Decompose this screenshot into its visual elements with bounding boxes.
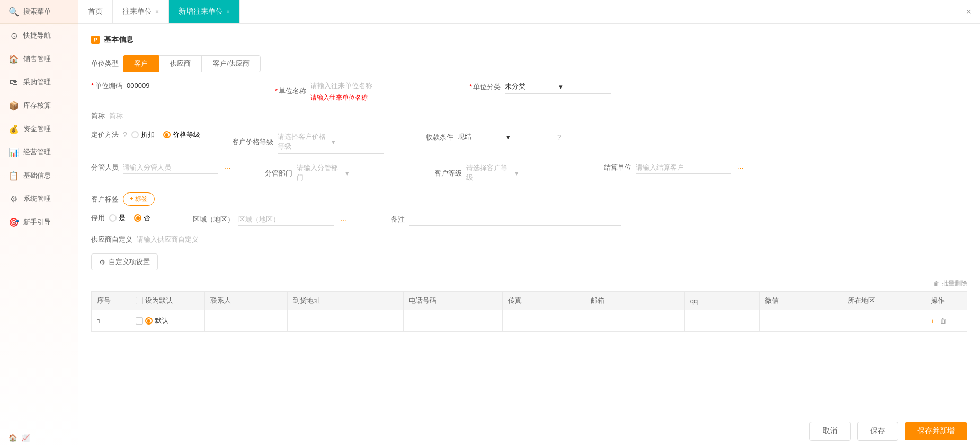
batch-delete-button[interactable]: 🗑 批量删除: [933, 279, 967, 288]
sidebar-item-label: 采购管理: [23, 77, 51, 87]
col-email: 邮箱: [585, 292, 684, 310]
sidebar-item-quicknav[interactable]: ⊙ 快捷导航: [0, 24, 78, 47]
sidebar-item-base[interactable]: 📋 基础信息: [0, 164, 78, 187]
radio-no[interactable]: 否: [134, 213, 150, 223]
sidebar-item-operations[interactable]: 📊 经营管理: [0, 141, 78, 164]
unit-category-field: *单位分类 未分类 ▾: [469, 80, 611, 94]
sidebar-item-label: 新手引导: [23, 217, 51, 227]
address-input[interactable]: [293, 314, 357, 327]
delete-row-button[interactable]: 🗑: [940, 317, 947, 325]
customer-price-level-select[interactable]: 请选择客户价格等级 ▾: [278, 130, 384, 154]
sidebar-item-label: 经营管理: [23, 147, 51, 157]
tab-partners-close[interactable]: ×: [155, 8, 159, 15]
row-checkbox[interactable]: [136, 317, 143, 325]
col-qq: qq: [684, 292, 759, 310]
table-header: 序号 设为默认 联系人 到货地址 电话号码 传真 邮箱 qq: [92, 292, 967, 310]
radio-discount-circle: [131, 131, 139, 138]
add-tag-button[interactable]: + 标签: [123, 192, 155, 206]
unit-category-select[interactable]: 未分类 ▾: [505, 80, 611, 94]
unit-btn-supplier[interactable]: 供应商: [159, 55, 202, 72]
settlement-unit-field: 结算单位 ···: [604, 161, 746, 174]
pricing-method-help-icon[interactable]: ?: [123, 130, 127, 139]
add-row-button[interactable]: +: [931, 317, 935, 325]
cell-qq: [684, 310, 759, 332]
radio-discount[interactable]: 折扣: [131, 130, 155, 139]
department-select[interactable]: 请输入分管部门 ▾: [297, 161, 392, 185]
contact-input[interactable]: [210, 314, 253, 327]
fax-input[interactable]: [508, 314, 550, 327]
unit-btn-customer[interactable]: 客户: [123, 55, 159, 72]
select-all-checkbox[interactable]: [136, 297, 143, 304]
cancel-button[interactable]: 取消: [809, 422, 851, 441]
unit-code-input[interactable]: [127, 80, 233, 92]
radio-yes[interactable]: 是: [109, 213, 126, 223]
unit-name-input[interactable]: [310, 80, 427, 92]
sidebar-item-purchase[interactable]: 🛍 采购管理: [0, 71, 78, 94]
row-disabled: 停用 是 否 区域（地区） ··· 备注: [91, 213, 967, 226]
inventory-icon: 📦: [8, 100, 19, 111]
sidebar-item-newbie[interactable]: 🎯 新手引导: [0, 211, 78, 234]
default-radio-circle: [145, 317, 153, 325]
supplier-custom-input[interactable]: [137, 233, 243, 246]
short-name-input[interactable]: [109, 110, 215, 122]
tab-new-partner-close[interactable]: ×: [226, 8, 230, 15]
settlement-unit-input[interactable]: [636, 161, 731, 174]
unit-name-input-wrapper: 请输入往来单位名称: [310, 80, 427, 102]
save-button[interactable]: 保存: [857, 422, 898, 441]
radio-price-level[interactable]: 价格等级: [163, 130, 200, 139]
section-title-text: 基本信息: [104, 35, 133, 45]
supplier-custom-label: 供应商自定义: [91, 235, 132, 244]
remark-input[interactable]: [409, 213, 621, 226]
phone-input[interactable]: [409, 314, 462, 327]
supervisor-more-button[interactable]: ···: [222, 163, 233, 172]
customer-level-field: 客户等级 请选择客户等级 ▾: [434, 161, 562, 185]
cell-email: [585, 310, 684, 332]
settlement-unit-label: 结算单位: [604, 163, 631, 172]
cell-region: [842, 310, 925, 332]
gear-icon: ⚙: [99, 258, 105, 266]
email-input[interactable]: [591, 314, 644, 327]
table-row: 1 默认: [92, 310, 967, 332]
cell-phone: [403, 310, 502, 332]
save-and-new-button[interactable]: 保存并新增: [905, 422, 967, 440]
cell-default: 默认: [130, 310, 204, 332]
bottom-toolbar: 取消 保存 保存并新增: [78, 415, 980, 447]
customer-tag-field: 客户标签 + 标签: [91, 192, 155, 206]
tab-home[interactable]: 首页: [78, 0, 113, 23]
cell-actions: + 🗑: [925, 310, 967, 332]
row-tags: 客户标签 + 标签: [91, 192, 967, 206]
row-default-radio[interactable]: 默认: [145, 316, 168, 326]
cell-seq: 1: [92, 310, 130, 332]
customer-level-select[interactable]: 请选择客户等级 ▾: [466, 161, 562, 185]
sidebar-item-sales[interactable]: 🏠 销售管理: [0, 47, 78, 71]
region-cell-input[interactable]: [848, 314, 890, 327]
remark-field: 备注: [391, 213, 621, 226]
col-wechat: 微信: [759, 292, 842, 310]
sidebar-item-search[interactable]: 🔍 搜索菜单: [0, 0, 78, 24]
settlement-more-button[interactable]: ···: [735, 163, 746, 172]
region-more-button[interactable]: ···: [338, 215, 349, 224]
sidebar-item-inventory[interactable]: 📦 库存核算: [0, 94, 78, 117]
window-close-button[interactable]: ×: [957, 6, 980, 17]
tab-partners[interactable]: 往来单位 ×: [113, 0, 169, 23]
sidebar-item-system[interactable]: ⚙ 系统管理: [0, 187, 78, 211]
tab-new-partner[interactable]: 新增往来单位 ×: [169, 0, 240, 23]
chevron-down-icon: ▾: [515, 169, 562, 177]
radio-no-circle: [134, 214, 141, 222]
pricing-method-radios: 折扣 价格等级: [131, 130, 200, 139]
wechat-input[interactable]: [765, 314, 807, 327]
region-input[interactable]: [238, 213, 334, 226]
payment-help-icon[interactable]: ?: [557, 133, 562, 142]
footer-icon1: 🏠: [8, 434, 17, 442]
qq-input[interactable]: [690, 314, 727, 327]
unit-btn-both[interactable]: 客户/供应商: [202, 55, 261, 72]
cell-contact: [204, 310, 287, 332]
custom-settings-button[interactable]: ⚙ 自定义项设置: [91, 253, 158, 270]
radio-yes-circle: [109, 214, 117, 222]
supervisor-input[interactable]: [123, 161, 218, 174]
batch-delete-icon: 🗑: [933, 280, 940, 287]
sidebar-item-finance[interactable]: 💰 资金管理: [0, 117, 78, 141]
payment-condition-select[interactable]: 现结 ▾: [458, 130, 553, 144]
supervisor-field: 分管人员 ···: [91, 161, 233, 174]
unit-name-error: 请输入往来单位名称: [310, 93, 427, 102]
